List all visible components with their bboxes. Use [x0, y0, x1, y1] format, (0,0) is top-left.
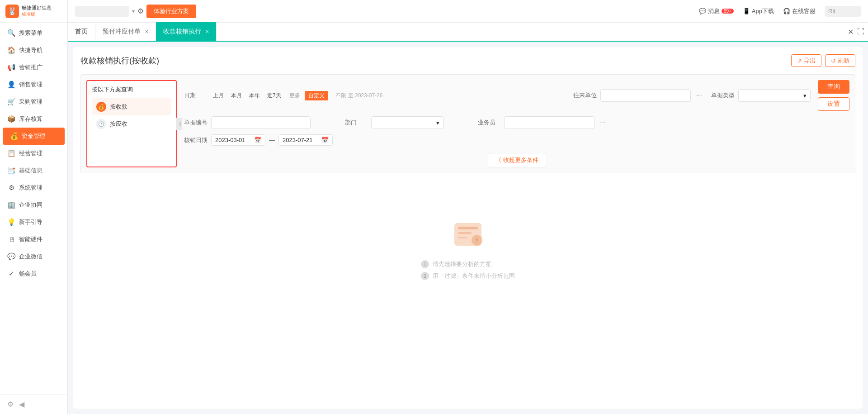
filter-panel-title: 按以下方案查询 — [92, 86, 171, 94]
sidebar-item-basic[interactable]: 📑 基础信息 — [0, 162, 67, 179]
sidebar-item-basic-label: 基础信息 — [19, 167, 42, 175]
sidebar-item-finance-label: 资金管理 — [22, 132, 45, 140]
sidebar-item-marketing-label: 营销推广 — [19, 63, 42, 71]
counterparty-input[interactable] — [600, 89, 691, 102]
counterparty-field: 往来单位 ··· — [573, 89, 704, 102]
sidebar-item-hardware[interactable]: 🖥 智能硬件 — [0, 231, 67, 248]
sidebar-item-enterprise[interactable]: 🏢 企业协同 — [0, 196, 67, 214]
sidebar-item-member[interactable]: ✓ 畅会员 — [0, 265, 67, 282]
header-right: 💬 消息 99+ 📱 App下载 🎧 在线客服 Rit — [699, 6, 861, 17]
industry-btn[interactable]: 体验行业方案 — [146, 5, 196, 18]
filter-row-2: 单据编号 部门 ▾ 业务员 — [184, 116, 849, 129]
purchase-icon: 🛒 — [7, 98, 15, 106]
export-button[interactable]: ↗ 导出 — [791, 54, 821, 67]
collapse-icon: 《 — [495, 156, 501, 164]
sidebar: 🐰 畅捷通好生意 标准版 🔍 搜索菜单 🏠 快捷导航 📢 营销推广 👤 销售管理… — [0, 0, 68, 414]
guide-icon: 💡 — [7, 218, 15, 226]
sidebar-item-inventory-label: 库存核算 — [19, 115, 42, 123]
header-user-area: ▾ ⚙ 体验行业方案 — [75, 5, 693, 18]
calendar-icon-start: 📅 — [254, 137, 261, 143]
doc-number-input[interactable] — [211, 116, 311, 129]
verif-date-end-input[interactable]: 2023-07-21 📅 — [278, 134, 333, 146]
collapse-sidebar-icon[interactable]: ◀ — [19, 400, 24, 409]
date-shortcut-more[interactable]: 更多 — [287, 91, 303, 100]
tab-close-all-icon[interactable]: ✕ — [848, 28, 854, 36]
app-download-label: App下载 — [752, 7, 774, 15]
sidebar-item-system-label: 系统管理 — [19, 184, 42, 192]
filter-row-1: 日期 上月 本月 本年 近7天 更多 自定义 不限 — [184, 80, 849, 111]
sidebar-item-member-label: 畅会员 — [19, 270, 37, 278]
date-shortcut-this-month[interactable]: 本月 — [228, 91, 245, 100]
filter-date-field: 日期 上月 本月 本年 近7天 更多 自定义 — [184, 91, 328, 100]
collapse-label: 收起更多条件 — [503, 156, 538, 164]
logo-sub: 标准版 — [22, 11, 52, 18]
tab-receipts-close[interactable]: × — [206, 29, 209, 35]
mgmt-icon: 📋 — [7, 149, 15, 157]
date-nolimit: 不限 — [335, 92, 346, 100]
header-dropdown-icon[interactable]: ▾ — [132, 8, 135, 14]
sidebar-item-quicknav-label: 快捷导航 — [19, 46, 42, 54]
online-service-item[interactable]: 🎧 在线客服 — [783, 7, 816, 15]
filter-collapse-btn[interactable]: 《 — [176, 118, 182, 130]
messages-item[interactable]: 💬 消息 99+ — [699, 7, 734, 15]
tab-prepay-close[interactable]: × — [145, 29, 148, 35]
sales-icon: 👤 — [7, 81, 15, 89]
dept-field: 部门 ▾ — [345, 116, 443, 129]
system-icon: ⚙ — [7, 184, 15, 192]
doc-number-field: 单据编号 — [184, 116, 311, 129]
staff-input[interactable] — [504, 116, 594, 129]
filter-option-receivable[interactable]: 🕐 按应收 — [92, 115, 171, 133]
dept-select[interactable]: ▾ — [371, 116, 443, 129]
query-button[interactable]: 查询 — [818, 80, 849, 94]
staff-ellipsis[interactable]: ··· — [598, 119, 608, 127]
sidebar-item-finance[interactable]: 💰 资金管理 — [3, 128, 65, 145]
tab-bar-actions: ✕ ⛶ — [848, 28, 868, 36]
doc-type-dropdown-icon: ▾ — [803, 92, 807, 99]
sidebar-item-sales[interactable]: 👤 销售管理 — [0, 76, 67, 93]
online-service-label: 在线客服 — [792, 7, 816, 15]
settings-footer-icon[interactable]: ⚙ — [7, 400, 14, 409]
counterparty-ellipsis[interactable]: ··· — [694, 91, 704, 100]
tab-prepay[interactable]: 预付冲应付单 × — [95, 22, 156, 41]
page-title: 收款核销执行(按收款) — [80, 55, 159, 66]
sidebar-item-purchase-label: 采购管理 — [19, 98, 42, 106]
sidebar-item-guide[interactable]: 💡 新手引导 — [0, 214, 67, 231]
sidebar-item-mgmt[interactable]: 📋 经营管理 — [0, 145, 67, 162]
tab-receipts[interactable]: 收款核销执行 × — [156, 22, 217, 41]
empty-step-1: 1 请先选择要分析的方案 — [421, 260, 491, 268]
verif-date-start-input[interactable]: 2023-03-01 📅 — [211, 134, 265, 146]
tab-expand-icon[interactable]: ⛶ — [857, 28, 864, 36]
tab-home[interactable]: 首页 — [68, 22, 95, 41]
sidebar-item-system[interactable]: ⚙ 系统管理 — [0, 179, 67, 196]
service-icon: 🎧 — [783, 8, 790, 14]
date-shortcut-last-month[interactable]: 上月 — [210, 91, 226, 100]
collapse-btn[interactable]: 《 收起更多条件 — [488, 153, 546, 167]
svg-rect-1 — [458, 227, 478, 229]
svg-text:?: ? — [475, 238, 478, 244]
sidebar-item-search[interactable]: 🔍 搜索菜单 — [0, 24, 67, 42]
sidebar-footer: ⚙ ◀ — [0, 394, 67, 414]
settings-button[interactable]: 设置 — [818, 97, 849, 111]
doc-type-select[interactable]: ▾ — [738, 89, 811, 102]
sidebar-item-quicknav[interactable]: 🏠 快捷导航 — [0, 42, 67, 59]
sidebar-item-purchase[interactable]: 🛒 采购管理 — [0, 93, 67, 110]
home-icon: 🏠 — [7, 46, 15, 54]
filter-option-receipt[interactable]: 💰 按收款 — [92, 98, 171, 115]
date-shortcut-7days[interactable]: 近7天 — [264, 91, 284, 100]
counterparty-label: 往来单位 — [573, 91, 597, 100]
filter-option-receipt-label: 按收款 — [110, 103, 127, 111]
dept-label: 部门 — [345, 119, 368, 127]
date-shortcut-custom[interactable]: 自定义 — [305, 91, 328, 100]
refresh-button[interactable]: ↺ 刷新 — [825, 54, 855, 67]
empty-state: ? 1 请先选择要分析的方案 2 用「过滤」条件来缩小分析范围 — [80, 173, 855, 316]
date-shortcut-this-year[interactable]: 本年 — [246, 91, 263, 100]
marketing-icon: 📢 — [7, 63, 15, 71]
app-download-item[interactable]: 📱 App下载 — [743, 7, 774, 15]
tab-receipts-label: 收款核销执行 — [163, 28, 201, 36]
sidebar-item-inventory[interactable]: 📦 库存核算 — [0, 110, 67, 128]
sidebar-item-wechat[interactable]: 💬 企业微信 — [0, 248, 67, 265]
sidebar-item-guide-label: 新手引导 — [19, 218, 42, 226]
header-username — [75, 6, 129, 17]
header-gear-icon[interactable]: ⚙ — [137, 7, 144, 15]
sidebar-item-marketing[interactable]: 📢 营销推广 — [0, 59, 67, 76]
